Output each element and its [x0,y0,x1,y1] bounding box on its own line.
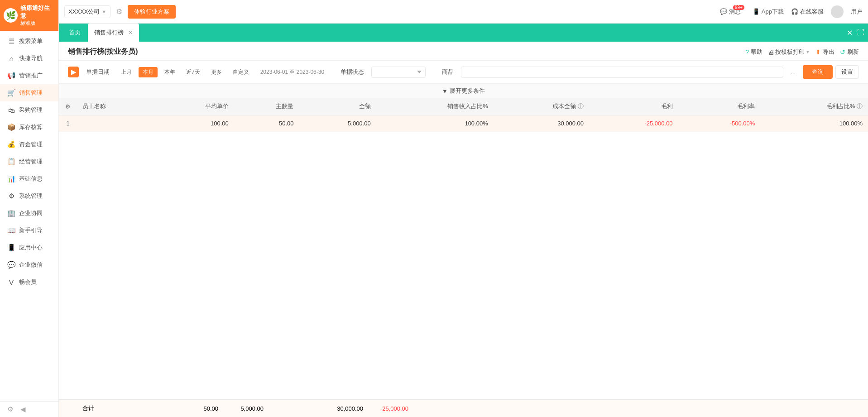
tab-maximize-icon[interactable]: ⛶ [857,29,864,37]
nav-label: 畅会员 [19,278,37,286]
sidebar-item-搜索菜单[interactable]: ☰搜索菜单 [0,33,58,50]
nav-icon: 🛒 [7,89,15,97]
logo-area: 🌿 畅康通好生意 标准版 [0,0,58,31]
goods-filter-label: 商品 [442,68,454,76]
nav-icon: 📦 [7,123,15,131]
online-service-item[interactable]: 🎧 在线客服 [791,8,824,16]
status-select[interactable] [371,67,426,78]
nav-label: 销售管理 [19,89,43,97]
footer-main-qty: 50.00 [182,405,218,412]
date-btn-this-month[interactable]: 本月 [139,67,158,77]
nav-label: 资金管理 [19,140,43,149]
settings-bottom-icon[interactable]: ⚙ [7,405,13,413]
tabbar-right: ✕ ⛶ [847,29,864,37]
gross-pct-info-icon[interactable]: ⓘ [857,103,863,110]
nav-icon: 🏢 [7,209,15,217]
sidebar-item-畅会员[interactable]: V畅会员 [0,273,58,291]
company-selector[interactable]: XXXXX公司 ▼ [64,5,110,18]
nav-label: 经营管理 [19,158,43,166]
phone-icon: 📱 [753,8,760,15]
col-avg-price: 平均单价 [155,98,234,115]
table-footer: 合计 50.00 5,000.00 30,000.00 -25,000.00 [59,399,868,417]
export-icon: ⬆ [815,48,821,56]
cost-info-icon[interactable]: ⓘ [578,103,584,110]
col-name: 员工名称 [77,98,155,115]
nav-icon: 📱 [7,244,15,252]
date-btn-more[interactable]: 更多 [207,67,226,77]
nav-icon: 💰 [7,140,15,149]
sidebar-item-采购管理[interactable]: 🛍采购管理 [0,101,58,119]
avatar[interactable] [831,5,844,18]
filter-toggle-btn[interactable]: ▶ [68,67,79,77]
help-btn[interactable]: ? 帮助 [745,48,762,56]
tab-close-all-icon[interactable]: ✕ [847,29,853,37]
message-item[interactable]: 💬 消息 99+ [720,8,741,16]
date-btn-this-year[interactable]: 本年 [160,67,179,77]
message-badge: 99+ [733,5,744,10]
logo-icon: 🌿 [4,8,18,23]
sidebar-item-应用中心[interactable]: 📱应用中心 [0,239,58,256]
settings-button[interactable]: 设置 [835,65,859,79]
cell-gross-rate: -500.00% [678,115,761,132]
company-name: XXXXX公司 [68,8,100,16]
print-icon: 🖨 [768,48,774,56]
cell-cost: 30,000.00 [494,115,589,132]
export-label: 导出 [823,48,834,56]
app-download-label: App下载 [762,8,784,16]
sidebar-item-资金管理[interactable]: 💰资金管理 [0,136,58,153]
col-main-qty: 主数量 [234,98,299,115]
sidebar-item-企业协同[interactable]: 🏢企业协同 [0,205,58,222]
footer-label: 合计 [82,404,137,412]
cell-amount: 5,000.00 [299,115,376,132]
nav-icon: 📖 [7,226,15,235]
export-btn[interactable]: ⬆ 导出 [815,48,834,56]
sidebar-item-系统管理[interactable]: ⚙系统管理 [0,187,58,205]
topbar: XXXXX公司 ▼ ⚙ 体验行业方案 💬 消息 99+ 📱 App下载 🎧 在线… [59,0,868,24]
sidebar-item-销售管理[interactable]: 🛒销售管理 [0,84,58,101]
date-btn-last-month[interactable]: 上月 [117,67,136,77]
username: 用户 [851,8,863,16]
collapse-icon[interactable]: ◀ [20,405,26,413]
message-icon: 💬 [720,8,727,15]
filter-row-1: ▶ 单据日期 上月 本月 本年 近7天 更多 自定义 2023-06-01 至 … [68,65,859,79]
sidebar-item-快捷导航[interactable]: ⌂快捷导航 [0,50,58,67]
col-gross-rate: 毛利率 [678,98,761,115]
tab-home[interactable]: 首页 [62,24,87,42]
nav-label: 系统管理 [19,192,43,200]
nav-icon: 📢 [7,72,15,80]
expand-more-btn[interactable]: ▼ 展开更多条件 [59,84,868,98]
sidebar-item-企业微信[interactable]: 💬企业微信 [0,256,58,273]
app-download-item[interactable]: 📱 App下载 [753,8,784,16]
nav-icon: V [7,278,15,286]
nav-icon: 💬 [7,261,15,269]
col-settings[interactable]: ⚙ [59,98,77,115]
nav-label: 应用中心 [19,244,43,252]
col-cost: 成本全额 ⓘ [494,98,589,115]
tab-close-icon[interactable]: ✕ [128,29,133,36]
topbar-settings-icon[interactable]: ⚙ [116,7,122,16]
date-btn-7days[interactable]: 近7天 [182,67,204,77]
sidebar-item-营销推广[interactable]: 📢营销推广 [0,67,58,84]
sidebar-item-新手引导[interactable]: 📖新手引导 [0,222,58,239]
expand-down-icon: ▼ [442,88,448,95]
print-btn[interactable]: 🖨 按模板打印 ▼ [768,48,810,56]
sidebar-item-基础信息[interactable]: 📊基础信息 [0,170,58,187]
filter-more-icon[interactable]: ... [791,69,796,76]
tab-sales-rank[interactable]: 销售排行榜 ✕ [88,24,139,42]
help-icon: ? [745,48,749,56]
nav-icon: ☰ [7,37,15,45]
sidebar-item-库存核算[interactable]: 📦库存核算 [0,119,58,136]
cell-gross-pct: 100.00% [760,115,868,132]
refresh-btn[interactable]: ↺ 刷新 [840,48,859,56]
nav-label: 快捷导航 [19,54,43,62]
print-chevron-icon: ▼ [806,49,810,54]
query-button[interactable]: 查询 [803,65,833,79]
goods-input[interactable] [461,67,783,78]
main-area: XXXXX公司 ▼ ⚙ 体验行业方案 💬 消息 99+ 📱 App下载 🎧 在线… [59,0,868,417]
sidebar-item-经营管理[interactable]: 📋经营管理 [0,153,58,170]
trial-button[interactable]: 体验行业方案 [128,5,176,19]
nav-label: 新手引导 [19,226,43,235]
date-btn-custom[interactable]: 自定义 [229,67,253,77]
nav-label: 采购管理 [19,106,43,114]
nav-icon: ⌂ [7,55,15,62]
